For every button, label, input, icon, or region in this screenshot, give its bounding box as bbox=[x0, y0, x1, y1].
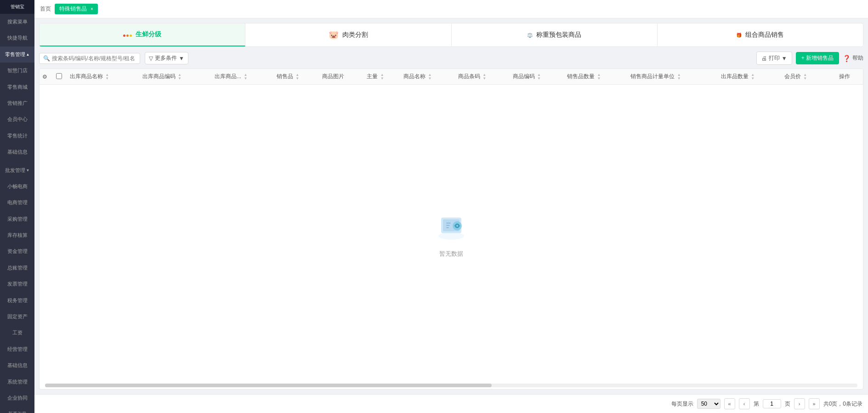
sidebar-item-inventory[interactable]: 库存核算 bbox=[0, 227, 34, 243]
sidebar-item-label: 企业协同 bbox=[2, 395, 33, 402]
sort-arrows-icon: ▲▼ bbox=[295, 73, 299, 80]
page-of-label: 页 bbox=[785, 400, 790, 408]
th-sale-qty[interactable]: 销售品数量 ▲▼ bbox=[564, 69, 628, 85]
tab-weight-pkg-label: 称重预包装商品 bbox=[536, 31, 581, 39]
sidebar-item-invoice-mgmt[interactable]: 发票管理 bbox=[0, 276, 34, 292]
sidebar-item-label: 零售商城 bbox=[2, 84, 33, 91]
prev-page-button[interactable]: ‹ bbox=[739, 398, 750, 409]
empty-state: 暂无数据 bbox=[40, 85, 863, 382]
sidebar-item-basic-info[interactable]: 基础信息 bbox=[0, 144, 34, 160]
sidebar-item-search-menu[interactable]: 搜索菜单 bbox=[0, 14, 34, 30]
sidebar-item-retail-mall[interactable]: 零售商城 bbox=[0, 79, 34, 95]
help-icon: ❓ bbox=[843, 55, 851, 62]
th-checkbox[interactable] bbox=[53, 69, 67, 85]
topbar: 首页 特殊销售品 × bbox=[34, 0, 868, 18]
sidebar-item-wages[interactable]: 工资 bbox=[0, 325, 34, 341]
tab-meat-cut-label: 肉类分割 bbox=[342, 31, 368, 39]
th-out-code[interactable]: 出库商品编码 ▲▼ bbox=[140, 69, 212, 85]
print-arrow-icon: ▼ bbox=[782, 55, 787, 62]
th-out-spec[interactable]: 出库商品... ▲▼ bbox=[212, 69, 274, 85]
sidebar-item-label: 系统管理 bbox=[2, 379, 33, 385]
th-member-price[interactable]: 会员价 ▲▼ bbox=[782, 69, 827, 85]
print-button[interactable]: 🖨 打印 ▼ bbox=[756, 52, 792, 65]
sidebar-item-retail-mgmt[interactable]: 零售管理 ▲ bbox=[0, 46, 34, 63]
expand-arrow-icon: ▲ bbox=[26, 52, 30, 57]
first-page-button[interactable]: « bbox=[724, 398, 735, 409]
page-number-input[interactable] bbox=[763, 399, 781, 408]
th-sale-unit-label: 销售商品计量单位 bbox=[630, 73, 675, 80]
sidebar-item-fixed-assets[interactable]: 固定资产 bbox=[0, 309, 34, 325]
sidebar-item-label: 新手引导 bbox=[2, 411, 33, 413]
main-wrapper: 首页 特殊销售品 × 生鲜分级 🐷 肉类分割 bbox=[34, 0, 868, 413]
th-settings[interactable]: ⚙ bbox=[40, 69, 53, 85]
search-input[interactable] bbox=[52, 55, 136, 62]
sidebar-item-label: 小畅电商 bbox=[2, 183, 33, 190]
sidebar-item-label: 搜索菜单 bbox=[2, 18, 33, 25]
sidebar-item-sales-promo[interactable]: 营销推广 bbox=[0, 95, 34, 111]
empty-icon bbox=[433, 208, 470, 245]
help-button[interactable]: ❓ 帮助 bbox=[843, 54, 863, 62]
sort-arrows-icon: ▲▼ bbox=[482, 73, 486, 80]
sort-arrows-icon: ▲▼ bbox=[428, 73, 432, 80]
sidebar-item-mini-ecom[interactable]: 小畅电商 bbox=[0, 178, 34, 195]
tab-fresh-grade-label: 生鲜分级 bbox=[136, 30, 161, 39]
tab-combo-sales[interactable]: 🎁 组合商品销售 bbox=[658, 23, 863, 46]
per-page-select[interactable]: 50 10 20 100 bbox=[697, 399, 720, 409]
th-main-weight[interactable]: 主量 ▲▼ bbox=[364, 69, 401, 85]
sidebar-item-label: 总账管理 bbox=[2, 264, 33, 271]
sidebar-item-sys-mgmt[interactable]: 系统管理 bbox=[0, 374, 34, 390]
sidebar-item-ecom-mgmt[interactable]: 电商管理 bbox=[0, 195, 34, 211]
th-goods-name[interactable]: 商品名称 ▲▼ bbox=[401, 69, 455, 85]
sidebar-item-tax-mgmt[interactable]: 税务管理 bbox=[0, 293, 34, 309]
sidebar-item-retail-stats[interactable]: 零售统计 bbox=[0, 128, 34, 144]
search-box[interactable]: 🔍 bbox=[39, 53, 140, 64]
sidebar-item-smart-store[interactable]: 智慧门店 bbox=[0, 63, 34, 79]
horizontal-scrollbar[interactable] bbox=[45, 384, 857, 387]
sidebar-item-label: 会员中心 bbox=[2, 116, 33, 123]
sidebar-item-new-hand[interactable]: 新手引导 bbox=[0, 406, 34, 413]
sort-arrows-icon: ▲▼ bbox=[597, 73, 601, 80]
add-product-button[interactable]: + 新增销售品 bbox=[796, 52, 839, 64]
home-link[interactable]: 首页 bbox=[40, 5, 51, 13]
pagination-bar: 每页显示 50 10 20 100 « ‹ 第 页 › » 共0页，0条记录 bbox=[34, 394, 868, 413]
sidebar-item-general-ledger[interactable]: 总账管理 bbox=[0, 260, 34, 276]
sort-arrows-icon: ▲▼ bbox=[178, 73, 182, 80]
sidebar-item-base-info2[interactable]: 基础信息 bbox=[0, 357, 34, 373]
sidebar-item-label: 基础信息 bbox=[2, 149, 33, 155]
tab-fresh-grade[interactable]: 生鲜分级 bbox=[40, 23, 245, 46]
sidebar-item-wholesale-mgmt[interactable]: 批发管理 ▼ bbox=[0, 162, 34, 178]
tab-weight-pkg[interactable]: ⚖️ 称重预包装商品 bbox=[452, 23, 658, 46]
th-sale-item-label: 销售品 bbox=[277, 73, 293, 80]
sidebar-item-finance[interactable]: 资金管理 bbox=[0, 243, 34, 259]
th-img-label: 商品图片 bbox=[322, 73, 344, 80]
th-out-name[interactable]: 出库商品名称 ▲▼ bbox=[67, 69, 140, 85]
print-label: 打印 bbox=[769, 54, 780, 62]
scrollbar-thumb[interactable] bbox=[45, 384, 492, 387]
sidebar-item-quick-nav[interactable]: 快捷导航 bbox=[0, 30, 34, 46]
th-out-qty[interactable]: 出库品数量 ▲▼ bbox=[718, 69, 782, 85]
help-label: 帮助 bbox=[852, 54, 863, 62]
filter-button[interactable]: ▽ 更多条件 ▼ bbox=[145, 52, 188, 64]
sidebar-item-ops-mgmt[interactable]: 经营管理 bbox=[0, 341, 34, 357]
th-img: 商品图片 bbox=[319, 69, 364, 85]
th-out-name-label: 出库商品名称 bbox=[70, 73, 103, 80]
th-sale-item[interactable]: 销售品 ▲▼ bbox=[274, 69, 319, 85]
th-sale-unit[interactable]: 销售商品计量单位 ▲▼ bbox=[628, 69, 718, 85]
th-goods-code[interactable]: 商品编码 ▲▼ bbox=[510, 69, 565, 85]
filter-icon: ▽ bbox=[149, 55, 153, 62]
tab-meat-cut[interactable]: 🐷 肉类分割 bbox=[245, 23, 451, 46]
next-page-button[interactable]: › bbox=[794, 398, 805, 409]
combo-icon: 🎁 bbox=[736, 33, 742, 38]
close-tab-button[interactable]: × bbox=[91, 6, 93, 11]
last-page-button[interactable]: » bbox=[809, 398, 820, 409]
th-barcode[interactable]: 商品条码 ▲▼ bbox=[455, 69, 510, 85]
print-icon: 🖨 bbox=[761, 55, 767, 62]
data-table-container: ⚙ 出库商品名称 ▲▼ 出库商品编码 ▲▼ bbox=[39, 69, 863, 390]
tab-combo-sales-label: 组合商品销售 bbox=[745, 31, 784, 39]
th-member-price-label: 会员价 bbox=[784, 73, 801, 80]
sidebar-item-member-center[interactable]: 会员中心 bbox=[0, 111, 34, 127]
sidebar-item-purchase-mgmt[interactable]: 采购管理 bbox=[0, 211, 34, 227]
sidebar-item-label: 零售管理 bbox=[5, 51, 25, 58]
select-all-checkbox[interactable] bbox=[56, 73, 62, 79]
sidebar-item-corp-coop[interactable]: 企业协同 bbox=[0, 390, 34, 406]
